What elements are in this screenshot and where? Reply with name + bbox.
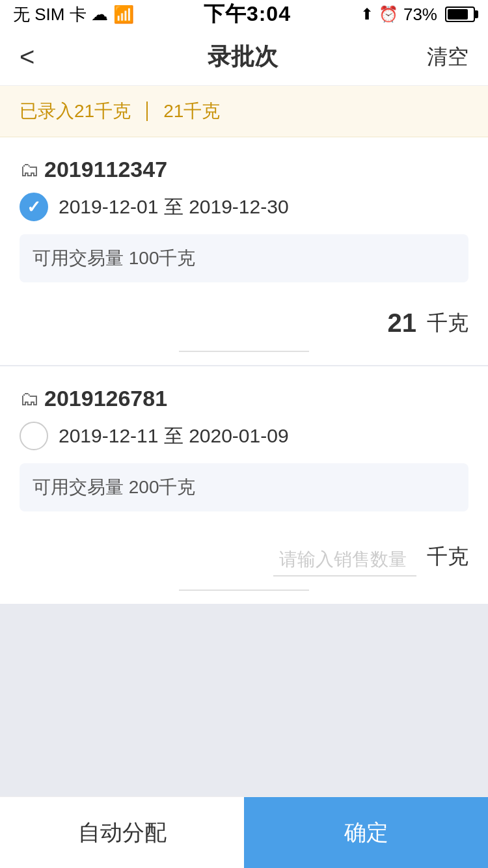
auto-distribute-button[interactable]: 自动分配: [0, 797, 244, 868]
battery-icon: [445, 7, 475, 22]
status-left: 无 SIM 卡 ☁ 📶: [13, 3, 134, 26]
location-icon: ⬆: [360, 5, 373, 23]
batch1-quantity: 21: [364, 308, 416, 338]
batch1-card: 🗂 2019112347 2019-12-01 至 2019-12-30 可用交…: [0, 137, 488, 365]
batch1-inner: 🗂 2019112347 2019-12-01 至 2019-12-30 可用交…: [0, 137, 488, 282]
batch2-icon: 🗂: [20, 388, 39, 410]
batch1-available: 可用交易量 100千克: [20, 234, 468, 282]
confirm-button[interactable]: 确定: [244, 797, 488, 868]
batch2-unit: 千克: [427, 543, 468, 571]
wifi-icon: 📶: [113, 5, 134, 25]
batch2-card: 🗂 2019126781 2019-12-11 至 2020-01-09 可用交…: [0, 366, 488, 604]
batch2-number: 2019126781: [44, 386, 167, 411]
content-area: 🗂 2019112347 2019-12-01 至 2019-12-30 可用交…: [0, 137, 488, 851]
battery-percent: 73%: [403, 5, 437, 25]
batch2-available: 可用交易量 200千克: [20, 463, 468, 511]
batch1-date: 2019-12-01 至 2019-12-30: [59, 194, 289, 221]
batch1-number: 2019112347: [44, 157, 167, 182]
status-time: 下午3:04: [204, 0, 291, 29]
batch1-input-row: 21 千克: [0, 295, 488, 351]
recorded-quantity: 已录入21千克: [20, 99, 131, 124]
batch2-inner: 🗂 2019126781 2019-12-11 至 2020-01-09 可用交…: [0, 366, 488, 511]
batch2-quantity-input[interactable]: [273, 537, 416, 576]
back-button[interactable]: <: [20, 42, 59, 72]
batch2-date-row: 2019-12-11 至 2020-01-09: [20, 422, 468, 450]
batch1-divider: [179, 351, 309, 352]
batch1-header: 🗂 2019112347: [20, 157, 468, 182]
batch2-input-row: 千克: [0, 524, 488, 590]
batch2-header: 🗂 2019126781: [20, 386, 468, 411]
status-bar: 无 SIM 卡 ☁ 📶 下午3:04 ⬆ ⏰ 73%: [0, 0, 488, 29]
nav-bar: < 录批次 清空: [0, 29, 488, 86]
clear-button[interactable]: 清空: [427, 43, 468, 72]
info-banner: 已录入21千克 21千克: [0, 86, 488, 137]
batch1-unit: 千克: [427, 309, 468, 338]
batch1-date-row: 2019-12-01 至 2019-12-30: [20, 193, 468, 221]
batch1-icon: 🗂: [20, 159, 39, 181]
sim-label: 无 SIM 卡 ☁: [13, 3, 108, 26]
banner-divider: [146, 102, 148, 121]
status-right: ⬆ ⏰ 73%: [360, 5, 475, 25]
clock-icon: ⏰: [379, 5, 398, 23]
batch2-date: 2019-12-11 至 2020-01-09: [59, 423, 289, 450]
batch2-checkbox[interactable]: [20, 422, 48, 450]
page-title: 录批次: [208, 41, 278, 73]
total-quantity: 21千克: [163, 99, 220, 124]
batch2-divider: [179, 590, 309, 591]
bottom-bar: 自动分配 确定: [0, 796, 488, 868]
batch1-checkbox[interactable]: [20, 193, 48, 221]
